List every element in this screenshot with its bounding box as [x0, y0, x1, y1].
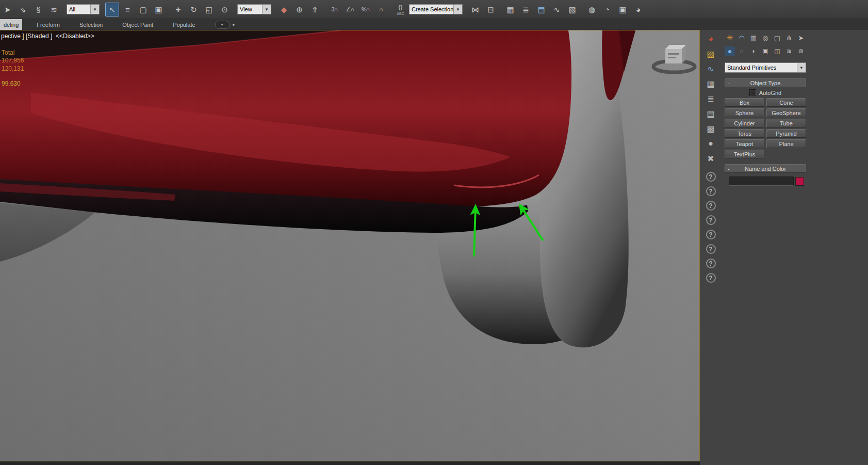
help-button[interactable]: ?	[706, 244, 716, 254]
textplus-button[interactable]: TextPlus	[725, 150, 764, 158]
category-helpers[interactable]: ◫	[772, 46, 782, 56]
close-icon[interactable]: ✖	[704, 152, 717, 165]
tab-modify[interactable]: ◠	[736, 33, 747, 43]
chevron-down-icon: ▼	[797, 63, 806, 72]
stats-total-label: Total	[2, 49, 14, 56]
rendered-frame-icon[interactable]: ▣	[616, 3, 630, 17]
help-button[interactable]: ?	[706, 172, 716, 182]
rollout-title: Object Type	[750, 80, 781, 86]
align-icon[interactable]: ⊟	[484, 3, 498, 17]
stack-icon[interactable]: ≣	[704, 92, 717, 105]
snap-3d-icon[interactable]: 3∩	[327, 3, 341, 17]
tab-hierarchy[interactable]: ▦	[748, 33, 759, 43]
geosphere-button[interactable]: GeoSphere	[766, 108, 806, 117]
select-and-scale-icon[interactable]: ◱	[202, 3, 216, 17]
ribbon-tab-freeform[interactable]: Freeform	[29, 19, 67, 30]
percent-snap-icon[interactable]: %∩	[358, 3, 372, 17]
torus-button[interactable]: Torus	[725, 129, 764, 138]
help-button[interactable]: ?	[706, 215, 716, 225]
tab-display[interactable]: ▢	[772, 33, 782, 43]
select-by-name-icon[interactable]: ≡	[121, 3, 135, 17]
curve-editor-icon[interactable]: ∿	[550, 3, 564, 17]
sphere-icon[interactable]: ●	[704, 137, 717, 150]
category-shapes[interactable]: ◌	[736, 46, 747, 56]
perspective-viewport[interactable]: pective ] [Shaded ] <<Disabled>> Total 1…	[0, 30, 700, 461]
schematic-view-icon[interactable]: ▧	[565, 3, 579, 17]
selection-filter-dropdown[interactable]: All ▼	[67, 4, 100, 14]
redo-icon[interactable]: ➤	[1, 3, 14, 17]
keyboard-override-icon[interactable]: ⇧	[308, 3, 322, 17]
cylinder-button[interactable]: Cylinder	[725, 119, 764, 127]
viewport-label[interactable]: pective ] [Shaded ] <<Disabled>>	[1, 33, 94, 40]
tube-button[interactable]: Tube	[766, 119, 806, 127]
ribbon-tab-modeling[interactable]: deling	[0, 19, 22, 30]
ribbon-tab-populate[interactable]: Populate	[166, 19, 202, 30]
mirror-icon[interactable]: ⋈	[468, 3, 482, 17]
layers-icon[interactable]: ▤	[704, 107, 717, 120]
angle-snap-icon[interactable]: ∠∩	[343, 3, 357, 17]
object-color-swatch[interactable]	[795, 177, 804, 186]
panel-arrow-icon[interactable]: ➤	[796, 33, 806, 43]
tab-utilities[interactable]: ⋔	[784, 33, 794, 43]
category-geometry[interactable]: ●	[725, 46, 735, 56]
plane-button[interactable]: Plane	[766, 139, 806, 148]
category-cameras[interactable]: ▣	[760, 46, 771, 56]
tab-create[interactable]: ✳	[725, 33, 735, 43]
curve-graph-icon[interactable]: ∿	[704, 62, 717, 75]
category-systems[interactable]: ⊛	[796, 46, 806, 56]
box-button[interactable]: Box	[725, 98, 764, 107]
rectangular-selection-icon[interactable]: ▢	[136, 3, 150, 17]
teapot-button[interactable]: Teapot	[725, 139, 764, 148]
teapot-icon[interactable]: ◕	[704, 33, 717, 45]
bind-to-space-warp-icon[interactable]: ≋	[47, 3, 61, 17]
name-and-color-rollout-header[interactable]: - Name and Color	[725, 164, 806, 173]
ribbon-tab-object-paint[interactable]: Object Paint	[115, 19, 160, 30]
spinner-snap-icon[interactable]: ∩	[374, 3, 388, 17]
category-lights[interactable]: ◗	[748, 46, 759, 56]
help-button[interactable]: ?	[706, 201, 716, 211]
window-crossing-icon[interactable]: ▣	[152, 3, 166, 17]
ribbon-minimize-caret[interactable]: ▾	[233, 22, 235, 27]
select-and-place-icon[interactable]: ⊙	[218, 3, 232, 17]
ribbon-toggle-icon[interactable]: ▤	[534, 3, 548, 17]
ribbon-overflow-button[interactable]: ▾	[215, 21, 230, 29]
select-and-rotate-icon[interactable]: ↻	[187, 3, 201, 17]
category-spacewarps[interactable]: ≋	[784, 46, 794, 56]
cone-button[interactable]: Cone	[766, 98, 806, 107]
coordinate-system-dropdown[interactable]: View ▼	[237, 4, 271, 14]
help-button[interactable]: ?	[706, 273, 716, 283]
sphere-button[interactable]: Sphere	[725, 108, 764, 117]
help-button[interactable]: ?	[706, 259, 716, 268]
object-type-rollout-header[interactable]: - Object Type	[725, 78, 806, 87]
unlink-selection-icon[interactable]: §	[31, 3, 45, 17]
named-sets-icon[interactable]: {} ABC	[394, 3, 407, 17]
primitive-type-dropdown[interactable]: Standard Primitives ▼	[725, 62, 806, 73]
render-setup-icon[interactable]: ◔	[600, 3, 614, 17]
help-button[interactable]: ?	[706, 186, 716, 196]
ribbon-tab-bar: deling Freeform Selection Object Paint P…	[0, 19, 868, 30]
select-and-manipulate-icon[interactable]: ⊕	[292, 3, 306, 17]
export-folder-icon[interactable]: ▨	[704, 47, 717, 60]
help-button[interactable]: ?	[706, 230, 716, 239]
select-and-link-icon[interactable]: ⇘	[16, 3, 30, 17]
ribbon-tab-selection[interactable]: Selection	[72, 19, 110, 30]
object-name-field[interactable]	[729, 177, 794, 186]
select-and-move-icon[interactable]: +	[171, 3, 185, 17]
layer-explorer-icon[interactable]: ≣	[519, 3, 533, 17]
right-panel: ◕ ▨ ∿ ▦ ≣ ▤ ▩ ● ✖ ? ? ? ? ? ? ? ? ✳ ◠ ▦ …	[700, 30, 868, 465]
checker-icon[interactable]: ▦	[704, 77, 717, 90]
autogrid-label: AutoGrid	[759, 90, 781, 96]
select-object-icon[interactable]: ↖	[105, 3, 119, 17]
tab-motion[interactable]: ◎	[760, 33, 771, 43]
material-editor-icon[interactable]: ◍	[585, 3, 599, 17]
viewport-canvas[interactable]	[0, 30, 699, 461]
pyramid-button[interactable]: Pyramid	[766, 129, 806, 138]
stats-tris-value: 120,131	[2, 65, 24, 72]
scene-explorer-icon[interactable]: ▦	[503, 3, 517, 17]
use-pivot-center-icon[interactable]: ◆	[277, 3, 291, 17]
autogrid-checkbox[interactable]	[749, 89, 756, 96]
bricks-icon[interactable]: ▩	[704, 122, 717, 135]
selection-set-dropdown[interactable]: Create Selection Se ▼	[409, 4, 463, 14]
chevron-down-icon: ▼	[262, 5, 271, 14]
render-production-icon[interactable]: ◕	[631, 3, 645, 17]
